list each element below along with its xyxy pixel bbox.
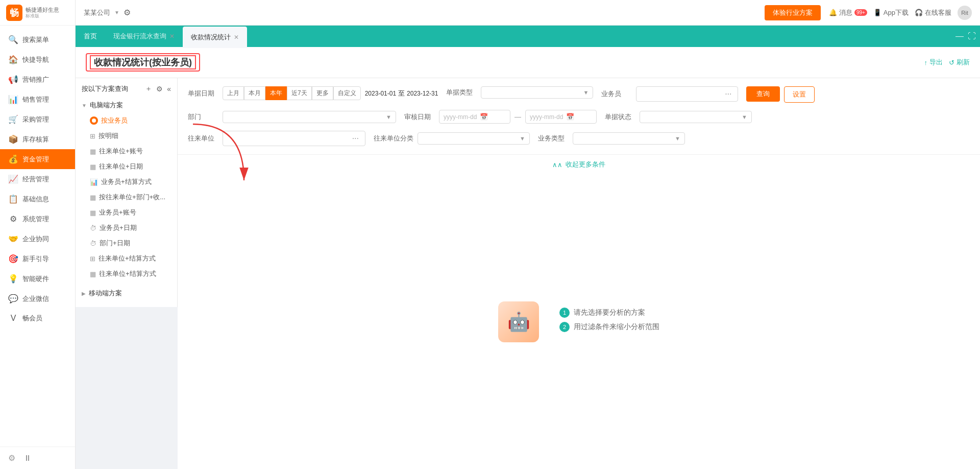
- date-tabs: 上月 本月 本年 近7天 更多 自定义: [223, 86, 361, 100]
- sidebar-item-system[interactable]: ⚙ 系统管理: [0, 209, 75, 229]
- tree-item-by-staff[interactable]: 按业务员: [76, 113, 177, 128]
- sidebar-item-management[interactable]: 📈 经营管理: [0, 169, 75, 189]
- query-button[interactable]: 查询: [746, 86, 780, 102]
- chevron-up-icon: ∧∧: [552, 161, 562, 169]
- tree-item-unit-date[interactable]: ▦ 往来单位+日期: [76, 159, 177, 174]
- date-tab-7days[interactable]: 近7天: [287, 86, 312, 100]
- sidebar-item-purchase[interactable]: 🛒 采购管理: [0, 109, 75, 129]
- staff-more-icon[interactable]: ···: [723, 89, 733, 99]
- unit-settlement1-icon: ⊞: [90, 255, 95, 263]
- footer-pause-icon[interactable]: ⏸: [23, 454, 32, 463]
- sidebar-item-search[interactable]: 🔍 搜索菜单: [0, 30, 75, 50]
- sidebar-item-marketing[interactable]: 📢 营销推广: [0, 69, 75, 89]
- logo-area: 畅 畅捷通好生意 标准版: [0, 0, 75, 26]
- main-area: 某某公司 ▼ ⚙ 体验行业方案 🔔 消息 99+ 📱 App下载 🎧 在线客服: [76, 0, 980, 469]
- search-icon: 🔍: [8, 35, 18, 44]
- dept-chevron-icon: ▼: [386, 114, 391, 120]
- panel-header: 按以下方案查询 ＋ ⚙ «: [76, 84, 177, 98]
- date-tab-last-month[interactable]: 上月: [223, 86, 244, 100]
- type-select[interactable]: ▼: [481, 86, 593, 99]
- sidebar-item-member[interactable]: V 畅会员: [0, 309, 75, 328]
- unit-category-select[interactable]: ▼: [418, 132, 530, 145]
- unit-select[interactable]: ···: [223, 131, 365, 146]
- sidebar-item-sales[interactable]: 📊 销售管理: [0, 89, 75, 109]
- maximize-icon[interactable]: ⛶: [968, 32, 976, 41]
- megaphone-icon: 📢: [8, 75, 18, 84]
- box-icon: 📦: [8, 134, 18, 144]
- audit-from-placeholder: yyyy-mm-dd: [444, 113, 477, 121]
- tree-item-detail[interactable]: ⊞ 按明细: [76, 128, 177, 144]
- robot-illustration: 🤖: [498, 301, 539, 342]
- sidebar-item-inventory[interactable]: 📦 库存核算: [0, 129, 75, 149]
- right-content: 单据日期 上月 本月 本年 近7天 更多 自定义 2023-01-01 至: [178, 78, 980, 469]
- tab-bar: 首页 现金银行流水查询 ✕ 收款情况统计 ✕ — ⛶: [76, 26, 980, 47]
- dept-select[interactable]: ▼: [223, 111, 396, 123]
- audit-date-from[interactable]: yyyy-mm-dd 📅: [439, 110, 510, 124]
- status-label: 单据状态: [605, 112, 635, 122]
- app-logo-icon: 畅: [6, 5, 22, 21]
- sidebar-item-hardware[interactable]: 💡 智能硬件: [0, 269, 75, 289]
- tree-item-unit-account[interactable]: ▦ 往来单位+账号: [76, 144, 177, 159]
- settings-gear-icon[interactable]: ⚙: [124, 8, 131, 17]
- date-tab-this-month[interactable]: 本月: [244, 86, 265, 100]
- unit-more-icon[interactable]: ···: [350, 134, 361, 143]
- tree-item-staff-date[interactable]: ⏱ 业务员+日期: [76, 220, 177, 236]
- app-download-button[interactable]: 📱 App下载: [873, 8, 909, 17]
- status-select[interactable]: ▼: [640, 111, 752, 123]
- unit-account-icon: ▦: [90, 148, 96, 155]
- empty-illustration: 🤖 1 请先选择要分析的方案 2 用过滤条件来缩小分析范围: [498, 301, 659, 342]
- status-chevron-icon: ▼: [742, 114, 747, 120]
- tab-bank-flow[interactable]: 现金银行流水查询 ✕: [105, 26, 183, 47]
- tree-item-unit-settlement1[interactable]: ⊞ 往来单位+结算方式: [76, 251, 177, 266]
- settings-button[interactable]: 设置: [784, 86, 815, 103]
- tab-close-bank[interactable]: ✕: [169, 33, 175, 40]
- home-icon: 🏠: [8, 55, 18, 64]
- app-logo-text: 畅捷通好生意 标准版: [26, 6, 59, 19]
- sidebar-item-guide[interactable]: 🎯 新手引导: [0, 249, 75, 269]
- user-avatar[interactable]: Rit: [958, 6, 972, 20]
- biz-type-select[interactable]: ▼: [573, 132, 685, 145]
- sidebar-item-finance[interactable]: 💰 资金管理: [0, 149, 75, 169]
- dept-date-icon: ⏱: [90, 240, 96, 247]
- export-button[interactable]: ↑ 导出: [924, 58, 943, 67]
- date-tab-more[interactable]: 更多: [312, 86, 333, 100]
- sidebar-item-base-info[interactable]: 📋 基础信息: [0, 189, 75, 209]
- minimize-icon[interactable]: —: [955, 32, 964, 41]
- footer-settings-icon[interactable]: ⚙: [8, 453, 15, 463]
- sidebar-item-collab[interactable]: 🤝 企业协同: [0, 229, 75, 249]
- staff-label: 业务员: [601, 89, 632, 99]
- tab-close-receipt[interactable]: ✕: [234, 34, 239, 41]
- type-chevron-icon: ▼: [583, 89, 589, 96]
- tab-home[interactable]: 首页: [76, 26, 105, 47]
- date-tab-custom[interactable]: 自定义: [333, 86, 361, 100]
- staff-select[interactable]: ···: [636, 86, 738, 102]
- add-icon[interactable]: ＋: [145, 84, 152, 93]
- online-service-button[interactable]: 🎧 在线客服: [915, 8, 951, 17]
- tree-section: ▼ 电脑端方案 按业务员 ⊞ 按明细 ▦: [76, 98, 177, 301]
- tree-item-by-unit-dept[interactable]: ▦ 按往来单位+部门+收...: [76, 190, 177, 205]
- tree-item-staff-payment[interactable]: 📊 业务员+结算方式: [76, 174, 177, 190]
- tree-item-dept-date[interactable]: ⏱ 部门+日期: [76, 236, 177, 251]
- audit-date-to[interactable]: yyyy-mm-dd 📅: [525, 110, 597, 124]
- collapse-icon[interactable]: «: [167, 85, 171, 93]
- trial-button[interactable]: 体验行业方案: [765, 5, 821, 20]
- notification-button[interactable]: 🔔 消息 99+: [829, 8, 867, 17]
- tree-arrow-right: ▶: [82, 291, 86, 296]
- date-tab-this-year[interactable]: 本年: [265, 86, 287, 100]
- tab-receipt-stats[interactable]: 收款情况统计 ✕: [183, 27, 247, 48]
- sidebar-item-quicknav[interactable]: 🏠 快捷导航: [0, 50, 75, 69]
- filter-row-3: 往来单位 ··· 往来单位分类 ▼ 业务类型: [188, 131, 970, 146]
- filter-section: 单据日期 上月 本月 本年 近7天 更多 自定义 2023-01-01 至: [178, 78, 980, 154]
- sidebar-item-wechat[interactable]: 💬 企业微信: [0, 289, 75, 309]
- refresh-button[interactable]: ↺ 刷新: [949, 58, 970, 67]
- panel-header-icons: ＋ ⚙ «: [145, 84, 171, 93]
- collapse-bar[interactable]: ∧∧ 收起更多条件: [178, 154, 980, 174]
- unit-settlement2-icon: ▦: [90, 270, 96, 278]
- tree-item-unit-settlement2[interactable]: ▦ 往来单位+结算方式: [76, 266, 177, 282]
- gear-icon[interactable]: ⚙: [156, 85, 163, 93]
- guide-icon: 🎯: [8, 254, 18, 264]
- audit-date-separator: —: [514, 113, 521, 121]
- tree-mobile-parent[interactable]: ▶ 移动端方案: [76, 286, 177, 301]
- tree-item-staff-account[interactable]: ▦ 业务员+账号: [76, 205, 177, 220]
- tree-desktop-parent[interactable]: ▼ 电脑端方案: [76, 98, 177, 113]
